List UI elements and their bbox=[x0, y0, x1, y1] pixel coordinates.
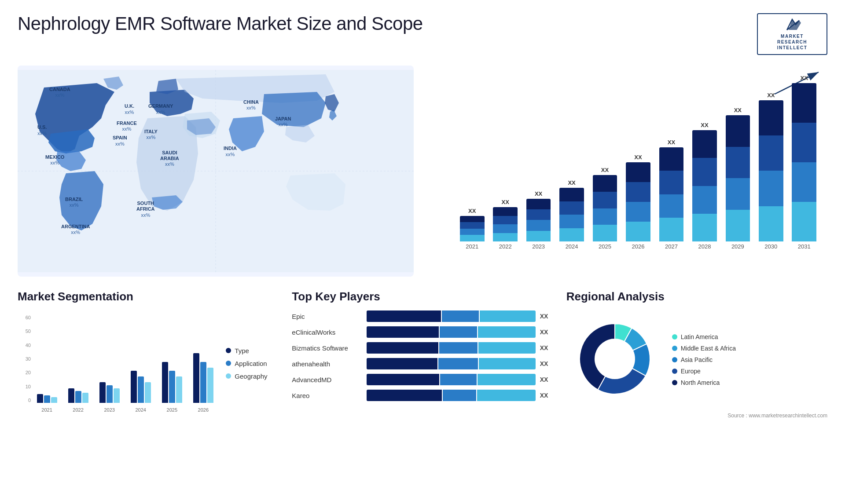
regional-legend-item-1: Middle East & Africa bbox=[672, 345, 736, 352]
bar-2023 bbox=[526, 199, 551, 241]
regional-dot-0 bbox=[672, 334, 677, 340]
bar-group-2028: XX bbox=[690, 74, 719, 241]
world-map: CANADAxx% U.S.xx% MEXICOxx% BRAZILxx% AR… bbox=[18, 66, 414, 277]
seg-legend-geography: Geography bbox=[226, 373, 279, 380]
player-bar-seg-1-2 bbox=[478, 326, 536, 338]
regional-dot-3 bbox=[672, 369, 677, 374]
player-row-kareo: KareoXX bbox=[292, 390, 553, 401]
regional-section: Regional Analysis Latin AmericaMiddle Ea… bbox=[566, 290, 827, 419]
bar-value-2023: XX bbox=[535, 190, 542, 197]
player-name-2: Bizmatics Software bbox=[292, 344, 362, 352]
seg-bar-group-2023: 2023 bbox=[96, 315, 123, 403]
regional-dot-4 bbox=[672, 380, 677, 385]
seg-bar-2026-0 bbox=[193, 353, 199, 403]
source-text: Source : www.marketresearchintellect.com bbox=[566, 413, 827, 419]
x-label-2029: 2029 bbox=[724, 243, 752, 250]
player-bar-seg-3-0 bbox=[367, 358, 437, 369]
seg-bar-2022-1 bbox=[75, 391, 81, 403]
seg-bar-2026-1 bbox=[200, 362, 206, 403]
seg-chart: 6050403020100 202120222023202420252026 bbox=[18, 310, 217, 416]
player-row-athenahealth: athenahealthXX bbox=[292, 358, 553, 369]
regional-legend-item-4: North America bbox=[672, 379, 736, 386]
regional-dot-2 bbox=[672, 357, 677, 362]
bar-value-2024: XX bbox=[568, 179, 575, 186]
seg-bar-2021-2 bbox=[51, 397, 57, 403]
bar-group-2026: XX bbox=[624, 74, 652, 241]
regional-label-1: Middle East & Africa bbox=[681, 345, 736, 352]
regional-label-2: Asia Pacific bbox=[681, 356, 713, 363]
bar-group-2024: XX bbox=[557, 74, 586, 241]
regional-label-0: Latin America bbox=[681, 333, 718, 340]
seg-x-2025: 2025 bbox=[167, 407, 177, 413]
bar-2028 bbox=[692, 130, 717, 241]
bottom-section: Market Segmentation 6050403020100 202120… bbox=[18, 290, 827, 419]
world-map-section: CANADAxx% U.S.xx% MEXICOxx% BRAZILxx% AR… bbox=[18, 66, 414, 277]
seg-bar-2021-1 bbox=[44, 395, 50, 403]
x-label-2021: 2021 bbox=[458, 243, 486, 250]
page-header: Nephrology EMR Software Market Size and … bbox=[18, 13, 827, 55]
player-bar-seg-5-2 bbox=[477, 390, 536, 401]
seg-legend-application: Application bbox=[226, 360, 279, 367]
player-val-0: XX bbox=[540, 313, 553, 320]
player-bar-seg-4-1 bbox=[440, 374, 476, 385]
regional-title: Regional Analysis bbox=[566, 290, 827, 303]
seg-bar-2023-0 bbox=[99, 382, 106, 403]
bar-value-2031: XX bbox=[801, 75, 808, 81]
seg-bar-2025-0 bbox=[162, 362, 168, 403]
bar-2031 bbox=[792, 83, 816, 241]
seg-bar-2021-0 bbox=[37, 394, 43, 403]
x-label-2023: 2023 bbox=[524, 243, 553, 250]
bar-2030 bbox=[759, 100, 783, 241]
seg-x-2026: 2026 bbox=[198, 407, 209, 413]
segmentation-area: 6050403020100 202120222023202420252026 T… bbox=[18, 310, 279, 416]
regional-legend-item-2: Asia Pacific bbox=[672, 356, 736, 363]
player-bar-3 bbox=[367, 358, 535, 369]
player-name-5: Kareo bbox=[292, 392, 362, 399]
seg-bar-2025-1 bbox=[169, 371, 175, 403]
player-bar-seg-3-2 bbox=[479, 358, 536, 369]
map-svg bbox=[18, 66, 414, 277]
segmentation-legend: TypeApplicationGeography bbox=[226, 347, 279, 380]
player-name-1: eClinicalWorks bbox=[292, 329, 362, 336]
bar-2024 bbox=[559, 188, 584, 241]
x-label-2027: 2027 bbox=[657, 243, 686, 250]
player-row-advancedmd: AdvancedMDXX bbox=[292, 374, 553, 385]
bar-2025 bbox=[593, 175, 617, 241]
player-bar-seg-2-0 bbox=[367, 342, 438, 354]
seg-bar-2024-0 bbox=[131, 371, 137, 403]
seg-bar-2023-1 bbox=[107, 385, 113, 403]
bar-group-2031: XX bbox=[790, 74, 819, 241]
player-bar-seg-0-1 bbox=[442, 310, 479, 322]
player-val-4: XX bbox=[540, 376, 553, 383]
bar-value-2027: XX bbox=[668, 139, 675, 146]
growth-chart-section: XXXXXXXXXXXXXXXXXXXXXX 20212022202320242… bbox=[431, 66, 827, 277]
x-label-2022: 2022 bbox=[491, 243, 519, 250]
pie-chart bbox=[566, 310, 663, 409]
seg-bar-group-2025: 2025 bbox=[158, 315, 186, 403]
seg-bar-2023-2 bbox=[114, 388, 120, 403]
logo-icon bbox=[783, 18, 801, 32]
bar-value-2022: XX bbox=[502, 199, 509, 205]
seg-legend-type: Type bbox=[226, 347, 279, 354]
player-row-bizmatics-software: Bizmatics SoftwareXX bbox=[292, 342, 553, 354]
seg-bar-group-2022: 2022 bbox=[64, 315, 92, 403]
logo-text: MARKET RESEARCH INTELLECT bbox=[777, 33, 808, 51]
seg-x-2023: 2023 bbox=[104, 407, 114, 413]
x-label-2024: 2024 bbox=[557, 243, 586, 250]
players-title: Top Key Players bbox=[292, 290, 553, 303]
segmentation-section: Market Segmentation 6050403020100 202120… bbox=[18, 290, 279, 419]
player-bar-seg-2-2 bbox=[478, 342, 536, 354]
seg-legend-dot-1 bbox=[226, 361, 231, 366]
x-label-2026: 2026 bbox=[624, 243, 652, 250]
x-label-2025: 2025 bbox=[591, 243, 619, 250]
bar-2026 bbox=[626, 162, 650, 241]
regional-legend-item-3: Europe bbox=[672, 368, 736, 375]
player-bar-seg-0-0 bbox=[367, 310, 441, 322]
player-bar-seg-3-1 bbox=[438, 358, 478, 369]
seg-bar-2022-2 bbox=[82, 393, 88, 403]
bar-2027 bbox=[659, 147, 684, 241]
bar-group-2030: XX bbox=[757, 74, 785, 241]
player-bar-5 bbox=[367, 390, 535, 401]
regional-area: Latin AmericaMiddle East & AfricaAsia Pa… bbox=[566, 310, 827, 409]
x-label-2031: 2031 bbox=[790, 243, 819, 250]
